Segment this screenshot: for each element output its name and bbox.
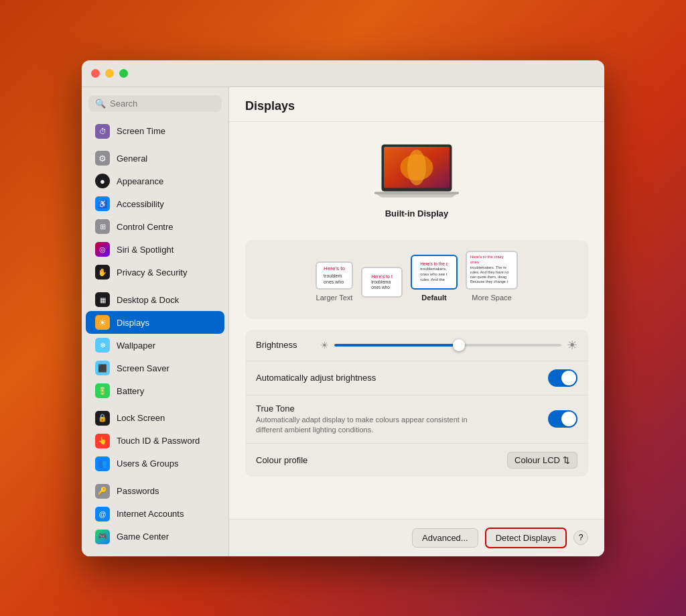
sidebar-label-displays: Displays <box>117 318 149 328</box>
game-center-icon: 🎮 <box>95 530 110 544</box>
sidebar-item-passwords[interactable]: 🔑 Passwords <box>86 480 224 503</box>
lock-screen-icon: 🔒 <box>95 411 110 426</box>
sidebar: 🔍 ⏱ Screen Time ⚙ General ● Appearance ♿… <box>82 87 229 556</box>
svg-point-4 <box>407 149 426 185</box>
colour-profile-chevron-icon: ⇅ <box>563 455 570 465</box>
sidebar-item-general[interactable]: ⚙ General <box>86 147 224 170</box>
sidebar-label-privacy: Privacy & Security <box>117 267 187 278</box>
colour-profile-value: Colour LCD <box>514 455 560 465</box>
colour-profile-select[interactable]: Colour LCD ⇅ <box>507 452 577 469</box>
displays-icon: ☀ <box>95 315 110 330</box>
sidebar-label-siri: Siri & Spotlight <box>117 245 174 255</box>
sidebar-item-wallpaper[interactable]: ❄ Wallpaper <box>86 334 224 357</box>
sidebar-label-screensaver: Screen Saver <box>117 363 169 373</box>
maximize-button[interactable] <box>119 69 128 78</box>
sidebar-label-screen-time: Screen Time <box>117 126 165 136</box>
passwords-icon: 🔑 <box>95 484 110 499</box>
res-option-more-space[interactable]: Here's to the crazy ones troublemakers. … <box>466 251 518 302</box>
sidebar-label-game-center: Game Center <box>117 532 169 542</box>
panel-body: Built-in Display Here's to troublem ones… <box>229 122 604 519</box>
sidebar-item-privacy[interactable]: ✋ Privacy & Security <box>86 261 224 284</box>
sidebar-item-screen-time[interactable]: ⏱ Screen Time <box>86 120 224 143</box>
brightness-slider[interactable] <box>334 344 561 347</box>
sidebar-item-displays[interactable]: ☀ Displays <box>86 311 224 334</box>
panel-title: Displays <box>229 87 604 122</box>
general-icon: ⚙ <box>95 151 110 166</box>
advanced-button[interactable]: Advanced... <box>412 528 478 548</box>
colour-profile-row: Colour profile Colour LCD ⇅ <box>245 444 588 477</box>
auto-brightness-toggle[interactable] <box>548 369 577 387</box>
privacy-icon: ✋ <box>95 265 110 280</box>
true-tone-toggle-knob <box>561 412 576 426</box>
detect-displays-button[interactable]: Detect Displays <box>485 528 567 548</box>
sidebar-item-siri[interactable]: ◎ Siri & Spotlight <box>86 238 224 261</box>
sidebar-label-desktop: Desktop & Dock <box>117 295 179 305</box>
sidebar-item-battery[interactable]: 🔋 Battery <box>86 379 224 402</box>
screen-time-icon: ⏱ <box>95 124 110 139</box>
res-label-more-space: More Space <box>472 294 511 302</box>
bottom-bar: Advanced... Detect Displays ? <box>229 519 604 556</box>
brightness-label: Brightness <box>256 340 310 350</box>
minimize-button[interactable] <box>105 69 114 78</box>
true-tone-subtitle: Automatically adapt display to make colo… <box>256 415 490 436</box>
brightness-row: Brightness ☀ ☀ <box>245 330 588 361</box>
sidebar-item-game-center[interactable]: 🎮 Game Center <box>86 526 224 548</box>
close-button[interactable] <box>91 69 100 78</box>
resolution-section: Here's to troublem ones who Larger Text <box>245 240 588 319</box>
system-preferences-window: 🔍 ⏱ Screen Time ⚙ General ● Appearance ♿… <box>82 60 604 556</box>
sidebar-label-general: General <box>117 153 147 164</box>
res-option-default[interactable]: Here's to the c troublemakers, ones who … <box>411 255 458 302</box>
sidebar-item-touchid[interactable]: 👆 Touch ID & Password <box>86 430 224 452</box>
laptop-illustration <box>370 142 464 203</box>
sidebar-item-users[interactable]: 👥 Users & Groups <box>86 452 224 475</box>
svg-rect-5 <box>374 192 459 194</box>
auto-brightness-left: Automatically adjust brightness <box>256 373 376 383</box>
toggle-knob <box>561 371 576 385</box>
sidebar-item-control-centre[interactable]: ⊞ Control Centre <box>86 215 224 238</box>
res-option-medium[interactable]: Here's to t troublema ones who <box>361 267 403 302</box>
traffic-lights <box>91 69 128 78</box>
battery-icon: 🔋 <box>95 383 110 398</box>
true-tone-title: True Tone <box>256 404 490 414</box>
auto-brightness-title: Automatically adjust brightness <box>256 373 376 383</box>
control-centre-icon: ⊞ <box>95 219 110 234</box>
sidebar-label-lock-screen: Lock Screen <box>117 413 165 423</box>
sidebar-label-appearance: Appearance <box>117 176 163 186</box>
help-button[interactable]: ? <box>573 530 588 545</box>
sidebar-item-lock-screen[interactable]: 🔒 Lock Screen <box>86 407 224 430</box>
sidebar-item-accessibility[interactable]: ♿ Accessibility <box>86 192 224 215</box>
sidebar-label-battery: Battery <box>117 386 144 396</box>
res-label-default: Default <box>421 294 446 302</box>
sidebar-label-touchid: Touch ID & Password <box>117 436 200 446</box>
search-bar[interactable]: 🔍 <box>88 95 222 112</box>
internet-icon: @ <box>95 507 110 521</box>
screensaver-icon: ⬛ <box>95 361 110 375</box>
sidebar-label-control-centre: Control Centre <box>117 222 174 232</box>
sidebar-item-desktop[interactable]: ▦ Desktop & Dock <box>86 288 224 311</box>
auto-brightness-row: Automatically adjust brightness <box>245 361 588 395</box>
users-icon: 👥 <box>95 456 110 471</box>
siri-icon: ◎ <box>95 242 110 257</box>
res-option-larger-text[interactable]: Here's to troublem ones who Larger Text <box>316 261 353 302</box>
true-tone-left: True Tone Automatically adapt display to… <box>256 404 490 436</box>
sidebar-label-internet: Internet Accounts <box>117 509 184 519</box>
sidebar-item-internet[interactable]: @ Internet Accounts <box>86 503 224 526</box>
display-preview: Built-in Display <box>245 135 588 229</box>
desktop-icon: ▦ <box>95 292 110 307</box>
true-tone-toggle[interactable] <box>548 410 577 428</box>
sidebar-item-appearance[interactable]: ● Appearance <box>86 170 224 192</box>
main-panel: Displays <box>229 87 604 556</box>
sidebar-label-accessibility: Accessibility <box>117 199 164 209</box>
sidebar-label-wallpaper: Wallpaper <box>117 341 155 351</box>
sidebar-label-users: Users & Groups <box>117 458 178 469</box>
sun-dim-icon: ☀ <box>320 340 329 351</box>
sidebar-item-screensaver[interactable]: ⬛ Screen Saver <box>86 357 224 379</box>
colour-profile-label: Colour profile <box>256 455 307 465</box>
appearance-icon: ● <box>95 174 110 188</box>
resolution-options: Here's to troublem ones who Larger Text <box>256 251 577 302</box>
res-label-larger-text: Larger Text <box>316 294 353 302</box>
search-input[interactable] <box>110 99 215 109</box>
brightness-slider-container: ☀ ☀ <box>320 338 577 353</box>
sidebar-label-passwords: Passwords <box>117 486 159 496</box>
accessibility-icon: ♿ <box>95 196 110 211</box>
